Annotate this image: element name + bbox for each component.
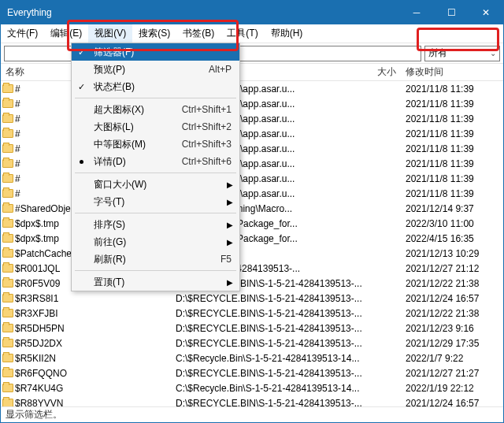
folder-icon bbox=[1, 114, 15, 123]
menu-item-label: 刷新(R) bbox=[94, 253, 126, 266]
menubar: 文件(F)编辑(E)视图(V)搜索(S)书签(B)工具(T)帮助(H) bbox=[1, 24, 503, 43]
table-row[interactable]: $R5KII2NC:\$Recycle.Bin\S-1-5-21-4284139… bbox=[1, 351, 503, 365]
folder-icon bbox=[1, 309, 15, 317]
status-text: 显示筛选栏。 bbox=[6, 408, 62, 421]
folder-icon bbox=[1, 129, 15, 138]
folder-icon bbox=[1, 369, 15, 377]
menu-item[interactable]: 帮助(H) bbox=[265, 24, 309, 43]
file-date: 2021/11/8 11:39 bbox=[401, 113, 503, 124]
file-date: 2021/11/8 11:39 bbox=[401, 98, 503, 109]
close-button[interactable]: ✕ bbox=[469, 1, 503, 24]
table-row[interactable]: $R88YVVND:\$RECYCLE.BIN\S-1-5-21-4284139… bbox=[1, 395, 503, 406]
filter-dropdown[interactable]: 所有 ⌄ bbox=[424, 46, 500, 61]
file-date: 2021/12/23 9:16 bbox=[401, 323, 503, 334]
menu-separator bbox=[75, 173, 236, 173]
table-row[interactable]: $R3XFJBID:\$RECYCLE.BIN\S-1-5-21-4284139… bbox=[1, 306, 503, 321]
menu-dropdown-item[interactable]: 置顶(T)▶ bbox=[72, 273, 239, 291]
window-title: Everything bbox=[7, 7, 399, 18]
table-row[interactable]: $R74KU4GC:\$Recycle.Bin\S-1-5-21-4284139… bbox=[1, 380, 503, 395]
menu-dropdown-item[interactable]: 前往(G)▶ bbox=[72, 233, 239, 250]
menu-item[interactable]: 工具(T) bbox=[220, 24, 264, 43]
menu-separator bbox=[75, 270, 236, 271]
maximize-button[interactable]: ☐ bbox=[434, 1, 469, 24]
folder-icon bbox=[1, 279, 15, 288]
view-menu-dropdown[interactable]: ✓筛选器(F)预览(P)Alt+P✓状态栏(B)超大图标(X)Ctrl+Shif… bbox=[71, 43, 240, 291]
file-path: D:\$RECYCLE.BIN\S-1-5-21-4284139513-... bbox=[176, 398, 369, 407]
menu-dropdown-item[interactable]: 刷新(R)F5 bbox=[72, 250, 239, 268]
folder-icon bbox=[1, 144, 15, 153]
file-date: 2021/11/8 11:39 bbox=[401, 158, 503, 169]
folder-icon bbox=[1, 339, 15, 347]
file-date: 2022/1/19 22:12 bbox=[401, 383, 503, 394]
folder-icon bbox=[1, 324, 15, 332]
folder-icon bbox=[1, 399, 15, 406]
minimize-button[interactable]: ─ bbox=[399, 1, 434, 24]
titlebar[interactable]: Everything ─ ☐ ✕ bbox=[1, 1, 503, 24]
submenu-arrow-icon: ▶ bbox=[227, 180, 233, 189]
statusbar: 显示筛选栏。 bbox=[1, 406, 503, 422]
menu-item-accel: Ctrl+Shift+3 bbox=[182, 139, 232, 150]
table-row[interactable]: $R5DH5PND:\$RECYCLE.BIN\S-1-5-21-4284139… bbox=[1, 321, 503, 336]
menu-item-accel: Ctrl+Shift+6 bbox=[182, 156, 232, 167]
menu-separator bbox=[75, 213, 236, 213]
menu-item[interactable]: 搜索(S) bbox=[132, 24, 176, 43]
file-path: D:\$RECYCLE.BIN\S-1-5-21-4284139513-... bbox=[176, 308, 369, 319]
file-path: C:\$Recycle.Bin\S-1-5-21-4284139513-14..… bbox=[176, 383, 369, 394]
file-date: 2021/11/8 11:39 bbox=[401, 173, 503, 184]
bullet-icon bbox=[80, 160, 83, 164]
menu-item-label: 大图标(L) bbox=[94, 121, 134, 134]
folder-icon bbox=[1, 234, 15, 243]
menu-item-label: 筛选器(F) bbox=[94, 46, 134, 59]
file-name: $R3RS8I1 bbox=[15, 293, 176, 304]
menu-dropdown-item[interactable]: ✓状态栏(B) bbox=[72, 78, 239, 95]
table-row[interactable]: $R6FQQNOD:\$RECYCLE.BIN\S-1-5-21-4284139… bbox=[1, 365, 503, 380]
file-date: 2021/12/27 21:12 bbox=[401, 263, 503, 274]
folder-icon bbox=[1, 84, 15, 93]
menu-dropdown-item[interactable]: 排序(S)▶ bbox=[72, 216, 239, 233]
file-path: D:\$RECYCLE.BIN\S-1-5-21-4284139513-... bbox=[176, 338, 369, 349]
col-header-date[interactable]: 修改时间 bbox=[401, 65, 503, 79]
file-date: 2022/1/7 9:22 bbox=[401, 353, 503, 364]
file-date: 2022/4/15 16:35 bbox=[401, 233, 503, 244]
file-name: $R74KU4G bbox=[15, 383, 176, 394]
menu-dropdown-item[interactable]: ✓筛选器(F) bbox=[72, 43, 239, 61]
menu-dropdown-item[interactable]: 大图标(L)Ctrl+Shift+2 bbox=[72, 118, 239, 135]
col-header-size[interactable]: 大小 bbox=[369, 65, 401, 79]
file-name: $R5DJ2DX bbox=[15, 338, 176, 349]
menu-dropdown-item[interactable]: 窗口大小(W)▶ bbox=[72, 176, 239, 193]
file-date: 2021/11/8 11:39 bbox=[401, 83, 503, 95]
file-date: 2021/11/8 11:39 bbox=[401, 188, 503, 199]
table-row[interactable]: $R5DJ2DXD:\$RECYCLE.BIN\S-1-5-21-4284139… bbox=[1, 336, 503, 351]
menu-item-label: 超大图标(X) bbox=[94, 103, 144, 117]
menu-dropdown-item[interactable]: 预览(P)Alt+P bbox=[72, 61, 239, 78]
menu-item-label: 前往(G) bbox=[94, 236, 126, 249]
file-path: D:\$RECYCLE.BIN\S-1-5-21-4284139513-... bbox=[176, 323, 369, 334]
menu-item[interactable]: 视图(V) bbox=[88, 24, 132, 43]
menu-dropdown-item[interactable]: 超大图标(X)Ctrl+Shift+1 bbox=[72, 101, 239, 118]
folder-icon bbox=[1, 174, 15, 183]
menu-item-label: 详情(D) bbox=[94, 155, 126, 169]
folder-icon bbox=[1, 264, 15, 273]
folder-icon bbox=[1, 384, 15, 392]
folder-icon bbox=[1, 249, 15, 258]
file-path: D:\$RECYCLE.BIN\S-1-5-21-4284139513-... bbox=[176, 368, 369, 379]
filter-value: 所有 bbox=[428, 46, 447, 60]
file-date: 2021/12/24 16:57 bbox=[401, 293, 503, 304]
menu-dropdown-item[interactable]: 详情(D)Ctrl+Shift+6 bbox=[72, 153, 239, 170]
menu-dropdown-item[interactable]: 字号(T)▶ bbox=[72, 193, 239, 210]
file-name: $R5DH5PN bbox=[15, 323, 176, 334]
menu-item-label: 字号(T) bbox=[94, 195, 124, 209]
file-name: $R5KII2N bbox=[15, 353, 176, 364]
folder-icon bbox=[1, 159, 15, 168]
menu-item-accel: Ctrl+Shift+2 bbox=[182, 121, 232, 132]
menu-item[interactable]: 文件(F) bbox=[1, 24, 44, 43]
file-date: 2021/12/29 17:35 bbox=[401, 338, 503, 349]
file-date: 2021/12/13 10:29 bbox=[401, 248, 503, 259]
folder-icon bbox=[1, 189, 15, 198]
chevron-down-icon: ⌄ bbox=[490, 49, 496, 58]
file-date: 2021/11/8 11:39 bbox=[401, 143, 503, 154]
menu-dropdown-item[interactable]: 中等图标(M)Ctrl+Shift+3 bbox=[72, 135, 239, 153]
table-row[interactable]: $R3RS8I1D:\$RECYCLE.BIN\S-1-5-21-4284139… bbox=[1, 291, 503, 306]
menu-item[interactable]: 书签(B) bbox=[176, 24, 220, 43]
menu-item[interactable]: 编辑(E) bbox=[44, 24, 88, 43]
